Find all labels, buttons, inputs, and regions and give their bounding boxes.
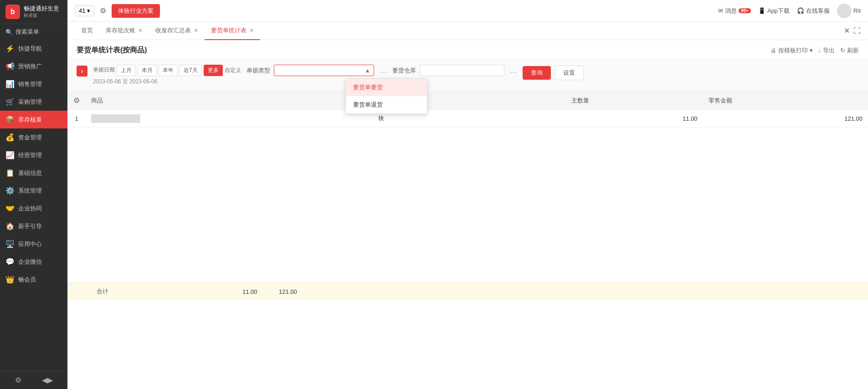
- dropdown-item-purchase-order[interactable]: 要货单要货: [346, 79, 427, 96]
- tab-inventory-batch[interactable]: 库存批次账 ✕: [99, 22, 149, 40]
- tab-order-stats-close[interactable]: ✕: [249, 27, 254, 34]
- sidebar-item-guide[interactable]: 🏠 新手引导: [0, 217, 67, 235]
- messages-label: 消息: [725, 7, 737, 15]
- date-filter-group: 单据日期 上月 本月 本年 近7天 更多 自定义 2023-05-06 至 20…: [93, 65, 241, 86]
- basics-icon: 📋: [5, 169, 15, 177]
- sidebar-item-inventory[interactable]: 📦 库存核算: [0, 111, 67, 128]
- system-icon: ⚙️: [5, 186, 15, 195]
- type-select-wrap: ▲: [274, 65, 374, 76]
- date-this-year-btn[interactable]: 本年: [159, 65, 178, 76]
- date-last-7days-btn[interactable]: 近7天: [180, 65, 202, 76]
- sidebar-item-label: 应用中心: [18, 240, 42, 248]
- trial-btn[interactable]: 体验行业方案: [112, 4, 160, 18]
- filter-expand-btn[interactable]: ›: [77, 66, 87, 77]
- search-icon: 🔍: [5, 29, 13, 36]
- close-all-icon[interactable]: ✕: [844, 26, 850, 35]
- sidebar-item-label: 经营管理: [18, 151, 42, 159]
- col-product: 商品: [86, 92, 373, 110]
- tab-order-stats-label: 要货单统计表: [211, 26, 247, 35]
- settings-btn[interactable]: 设置: [555, 66, 584, 80]
- expand-icon[interactable]: ⛶: [853, 27, 861, 35]
- footer-amount: 121.00: [273, 288, 310, 295]
- sidebar-item-label: 销售管理: [18, 80, 42, 88]
- sidebar-item-wechat[interactable]: 💬 企业微信: [0, 253, 67, 271]
- date-custom-btn[interactable]: 自定义: [225, 67, 241, 74]
- avatar: [837, 4, 852, 18]
- message-icon: ✉: [718, 7, 723, 14]
- messages-btn[interactable]: ✉ 消息 99+: [718, 7, 751, 15]
- warehouse-dots-icon[interactable]: …: [510, 67, 517, 75]
- app-download-label: App下载: [767, 7, 790, 15]
- empty-space: [67, 128, 868, 282]
- collapse-icon[interactable]: ◀▶: [42, 376, 53, 384]
- settings-icon[interactable]: ⚙: [15, 376, 21, 384]
- operations-icon: 📈: [5, 151, 15, 159]
- type-dropdown: 要货单要货 要货单退货: [345, 78, 427, 114]
- table-footer: 合计 11.00 121.00: [67, 282, 868, 300]
- guide-icon: 🏠: [5, 222, 15, 230]
- page-inner: 要货单统计表(按商品) 🖨 按模板打印 ▾ ↓ 导出 ↻ 刷新: [67, 40, 868, 389]
- date-last-month-btn[interactable]: 上月: [117, 65, 136, 76]
- sidebar-item-system[interactable]: ⚙️ 系统管理: [0, 182, 67, 200]
- sidebar-item-label: 企业微信: [18, 258, 42, 266]
- page-header: 要货单统计表(按商品) 🖨 按模板打印 ▾ ↓ 导出 ↻ 刷新: [67, 40, 868, 59]
- purchase-icon: 🛒: [5, 97, 15, 106]
- inventory-icon: 📦: [5, 115, 15, 124]
- export-btn[interactable]: ↓ 导出: [818, 46, 835, 55]
- tab-order-stats[interactable]: 要货单统计表 ✕: [205, 22, 260, 40]
- finance-icon: 💰: [5, 133, 15, 142]
- export-label: 导出: [823, 46, 835, 55]
- query-btn[interactable]: 查询: [523, 66, 551, 80]
- warehouse-filter-group: 要货仓库 …: [392, 65, 517, 76]
- footer-quantity: 11.00: [237, 288, 273, 295]
- warehouse-input[interactable]: [420, 65, 504, 76]
- type-select-arrow-icon[interactable]: ▲: [365, 67, 370, 74]
- search-label: 搜索菜单: [15, 28, 39, 36]
- date-this-month-btn[interactable]: 本月: [138, 65, 157, 76]
- sidebar-item-label: 营销推广: [18, 62, 42, 71]
- product-name-blurred: ██████████: [91, 114, 140, 123]
- chevron-down-icon: ▾: [87, 7, 90, 14]
- type-label: 单据类型: [247, 67, 270, 75]
- topbar-actions: ✉ 消息 99+ 📱 App下载 🎧 在线客服 Rit: [718, 4, 861, 18]
- enterprise-icon: 🤝: [5, 204, 15, 213]
- row-index: 1: [67, 110, 86, 128]
- search-menu[interactable]: 🔍 搜索菜单: [0, 24, 67, 40]
- version-select[interactable]: 41 ▾: [75, 5, 94, 16]
- type-filter-dots-icon[interactable]: …: [380, 67, 387, 75]
- sidebar-item-purchase[interactable]: 🛒 采购管理: [0, 93, 67, 111]
- sidebar-item-label: 企业协同: [18, 205, 42, 213]
- appstore-icon: 🖥️: [5, 240, 15, 248]
- topbar-gear-icon[interactable]: ⚙: [100, 6, 106, 15]
- date-more-btn[interactable]: 更多: [204, 65, 223, 76]
- refresh-btn[interactable]: ↻ 刷新: [840, 46, 859, 55]
- sidebar-item-operations[interactable]: 📈 经营管理: [0, 146, 67, 164]
- sidebar-item-quick-nav[interactable]: ⚡ 快捷导航: [0, 40, 67, 57]
- tab-inventory-batch-close[interactable]: ✕: [138, 27, 143, 34]
- table-settings-icon[interactable]: ⚙: [73, 97, 80, 104]
- version-number: 41: [79, 7, 85, 14]
- dropdown-item-purchase-return[interactable]: 要货单退货: [346, 96, 427, 113]
- sidebar-item-label: 快捷导航: [18, 45, 42, 53]
- tab-receipt-summary-close[interactable]: ✕: [194, 27, 198, 34]
- app-download-btn[interactable]: 📱 App下载: [758, 7, 790, 15]
- sidebar-item-enterprise[interactable]: 🤝 企业协同: [0, 200, 67, 217]
- type-select-input[interactable]: [274, 65, 374, 76]
- print-btn[interactable]: 🖨 按模板打印 ▾: [770, 46, 813, 55]
- tab-receipt-summary[interactable]: 收发存汇总表 ✕: [149, 22, 205, 40]
- sidebar-item-basics[interactable]: 📋 基础信息: [0, 164, 67, 182]
- sidebar-item-appstore[interactable]: 🖥️ 应用中心: [0, 235, 67, 253]
- sidebar-item-marketing[interactable]: 📢 营销推广: [0, 57, 67, 75]
- user-avatar-btn[interactable]: Rit: [837, 4, 861, 18]
- sidebar-item-finance[interactable]: 💰 资金管理: [0, 128, 67, 146]
- online-service-btn[interactable]: 🎧 在线客服: [797, 7, 830, 15]
- sidebar-logo: b 畅捷通好生意 标准版: [0, 0, 67, 24]
- tab-home[interactable]: 首页: [75, 22, 99, 40]
- sidebar-item-label: 系统管理: [18, 187, 42, 195]
- sidebar-item-membership[interactable]: 👑 畅会员: [0, 271, 67, 288]
- export-icon: ↓: [818, 47, 822, 54]
- date-label: 单据日期: [93, 66, 115, 74]
- sidebar-item-sales[interactable]: 📊 销售管理: [0, 75, 67, 93]
- print-label: 按模板打印: [778, 46, 808, 55]
- footer-label: 合计: [91, 287, 191, 296]
